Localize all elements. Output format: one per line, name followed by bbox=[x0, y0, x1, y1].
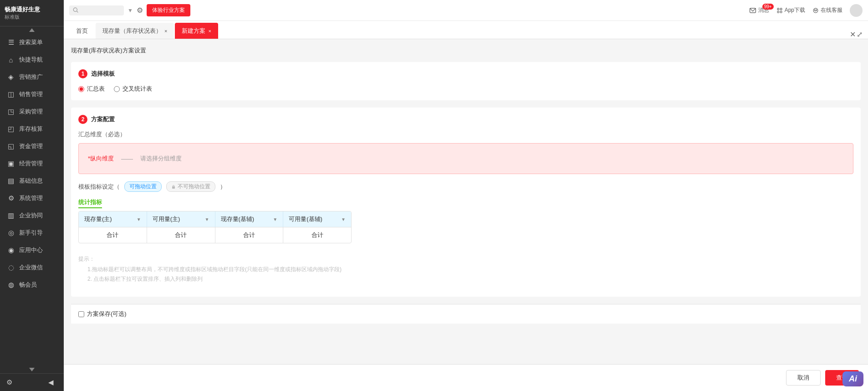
member-icon: ◍ bbox=[6, 281, 15, 289]
tab-home[interactable]: 首页 bbox=[69, 23, 95, 39]
sidebar-item-system[interactable]: ⚙ 系统管理 bbox=[0, 190, 64, 207]
collapse-icon[interactable]: ◀ bbox=[48, 378, 54, 386]
quick-nav-icon: ⌂ bbox=[6, 56, 15, 64]
template-radio-group: 汇总表 交叉统计表 bbox=[78, 85, 853, 93]
svg-rect-8 bbox=[780, 11, 782, 13]
sidebar-item-sales[interactable]: ◫ 销售管理 bbox=[0, 86, 64, 103]
cell-1-1: 合计 bbox=[79, 227, 147, 243]
indicator-settings: 模板指标设定（ 可拖动位置 不可拖动位置 ） bbox=[78, 181, 853, 192]
step1-header: 1 选择模板 bbox=[78, 69, 853, 78]
sidebar-item-label: 搜索菜单 bbox=[19, 38, 43, 46]
sidebar-item-purchase[interactable]: ◳ 采购管理 bbox=[0, 103, 64, 120]
radio-cross[interactable]: 交叉统计表 bbox=[114, 85, 152, 93]
save-checkbox[interactable] bbox=[78, 311, 84, 317]
close-panel-button[interactable]: ✕ bbox=[850, 30, 856, 39]
sidebar-scroll-down[interactable] bbox=[0, 366, 64, 373]
cancel-button[interactable]: 取消 bbox=[786, 370, 821, 386]
col4-chevron: ▼ bbox=[341, 217, 346, 222]
search-menu-icon: ☰ bbox=[6, 38, 15, 46]
app-center-icon: ◉ bbox=[6, 246, 15, 254]
save-option[interactable]: 方案保存(可选) bbox=[71, 304, 861, 324]
finance-icon: ◱ bbox=[6, 142, 15, 150]
sales-icon: ◫ bbox=[6, 90, 15, 98]
basic-info-icon: ▤ bbox=[6, 177, 15, 185]
online-service-button[interactable]: 在线客服 bbox=[812, 6, 842, 14]
sidebar: 畅康通好生意 标准版 ☰ 搜索菜单 ⌂ 快捷导航 ◈ 营销推广 ◫ 销售管理 ◳… bbox=[0, 0, 64, 391]
cell-1-2: 合计 bbox=[147, 227, 215, 243]
management-icon: ▣ bbox=[6, 159, 15, 168]
radio-summary-input[interactable] bbox=[78, 86, 84, 92]
sidebar-item-app-center[interactable]: ◉ 应用中心 bbox=[0, 242, 64, 259]
ai-badge[interactable]: Ai bbox=[842, 371, 863, 386]
sidebar-item-wechat[interactable]: ◌ 企业微信 bbox=[0, 259, 64, 276]
dimension-row: *纵向维度 —— 请选择分组维度 bbox=[88, 154, 844, 163]
message-badge: 99+ bbox=[762, 4, 774, 10]
search-input[interactable] bbox=[81, 7, 117, 14]
sidebar-item-member[interactable]: ◍ 畅会员 bbox=[0, 276, 64, 293]
sidebar-scroll-up[interactable] bbox=[0, 26, 64, 34]
sidebar-item-label: 畅会员 bbox=[19, 281, 37, 289]
sidebar-item-inventory[interactable]: ◰ 库存核算 bbox=[0, 120, 64, 138]
wechat-icon: ◌ bbox=[6, 263, 15, 272]
tab-inventory-close[interactable]: × bbox=[164, 29, 167, 34]
col-header-1[interactable]: 现存量(主) ▼ bbox=[79, 211, 147, 227]
indicator-label-prefix: 模板指标设定（ bbox=[78, 183, 120, 191]
app-edition: 标准版 bbox=[5, 14, 59, 21]
search-dropdown-button[interactable]: ▼ bbox=[128, 7, 133, 14]
sidebar-item-label: 销售管理 bbox=[19, 90, 43, 98]
user-avatar[interactable] bbox=[850, 4, 863, 17]
sidebar-item-basic-info[interactable]: ▤ 基础信息 bbox=[0, 172, 64, 190]
step1-badge: 1 bbox=[78, 69, 87, 78]
expand-panel-button[interactable]: ⤢ bbox=[857, 30, 863, 39]
app-download-label: App下载 bbox=[785, 6, 805, 14]
col-header-3[interactable]: 现存量(基辅) ▼ bbox=[215, 211, 284, 227]
step2-header: 2 方案配置 bbox=[78, 115, 853, 124]
topbar-left: ▼ ⚙ 体验行业方案 bbox=[69, 4, 749, 16]
stats-table-row: 合计 合计 合计 合计 bbox=[79, 227, 351, 243]
main-area: ▼ ⚙ 体验行业方案 消息 99+ App下载 在线客服 bbox=[64, 0, 868, 391]
tabbar: 首页 现存量（库存状况表） × 新建方案 × ✕ ⤢ bbox=[64, 21, 868, 39]
col-header-2[interactable]: 可用量(主) ▼ bbox=[147, 211, 215, 227]
sidebar-bottom: ⚙ ◀ bbox=[0, 373, 64, 391]
experience-button[interactable]: 体验行业方案 bbox=[147, 4, 190, 16]
sidebar-item-cooperation[interactable]: ▥ 企业协同 bbox=[0, 207, 64, 224]
cell-1-4: 合计 bbox=[283, 227, 351, 243]
sidebar-item-search-menu[interactable]: ☰ 搜索菜单 bbox=[0, 34, 64, 51]
sidebar-item-label: 营销推广 bbox=[19, 73, 43, 81]
stats-section: 统计指标 现存量(主) ▼ 可用量(主) ▼ 现存量(基辅) bbox=[78, 198, 853, 243]
tab-home-label: 首页 bbox=[76, 27, 88, 35]
cooperation-icon: ▥ bbox=[6, 211, 15, 220]
topbar-search-box[interactable] bbox=[69, 5, 124, 15]
sidebar-item-new-guide[interactable]: ◎ 新手引导 bbox=[0, 224, 64, 242]
tab-inventory-status[interactable]: 现存量（库存状况表） × bbox=[96, 23, 174, 39]
sidebar-item-management[interactable]: ▣ 经营管理 bbox=[0, 155, 64, 172]
col-header-4[interactable]: 可用量(基辅) ▼ bbox=[283, 211, 351, 227]
sidebar-item-label: 库存核算 bbox=[19, 125, 43, 133]
page-title: 现存量(库存状况表)方案设置 bbox=[71, 46, 861, 55]
online-service-label: 在线客服 bbox=[821, 6, 842, 14]
sidebar-item-marketing[interactable]: ◈ 营销推广 bbox=[0, 68, 64, 86]
topbar-gear-button[interactable]: ⚙ bbox=[137, 6, 143, 15]
step1-section: 1 选择模板 汇总表 交叉统计表 bbox=[71, 62, 861, 100]
svg-rect-5 bbox=[777, 8, 779, 10]
sidebar-item-quick-nav[interactable]: ⌂ 快捷导航 bbox=[0, 51, 64, 68]
radio-cross-input[interactable] bbox=[114, 86, 120, 92]
inventory-icon: ◰ bbox=[6, 125, 15, 133]
tab-new-plan-close[interactable]: × bbox=[208, 29, 211, 34]
tab-new-plan[interactable]: 新建方案 × bbox=[175, 23, 218, 39]
radio-summary[interactable]: 汇总表 bbox=[78, 85, 105, 93]
svg-point-9 bbox=[813, 8, 818, 13]
avatar-image bbox=[850, 4, 863, 17]
sidebar-item-finance[interactable]: ◱ 资金管理 bbox=[0, 138, 64, 155]
tips-section: 提示： 1.拖动标题栏可以调整布局，不可跨维度或指标区域拖动栏目字段(只能在同一… bbox=[78, 251, 853, 289]
system-icon: ⚙ bbox=[6, 194, 15, 202]
svg-point-2 bbox=[73, 8, 77, 11]
settings-icon[interactable]: ⚙ bbox=[6, 378, 12, 386]
stats-section-label: 统计指标 bbox=[78, 198, 102, 208]
save-option-label: 方案保存(可选) bbox=[87, 310, 127, 318]
svg-rect-7 bbox=[777, 11, 779, 13]
tab-inventory-label: 现存量（库存状况表） bbox=[102, 27, 162, 35]
app-download-button[interactable]: App下载 bbox=[776, 6, 805, 14]
sidebar-item-label: 系统管理 bbox=[19, 194, 43, 202]
message-button[interactable]: 消息 99+ bbox=[749, 6, 769, 14]
